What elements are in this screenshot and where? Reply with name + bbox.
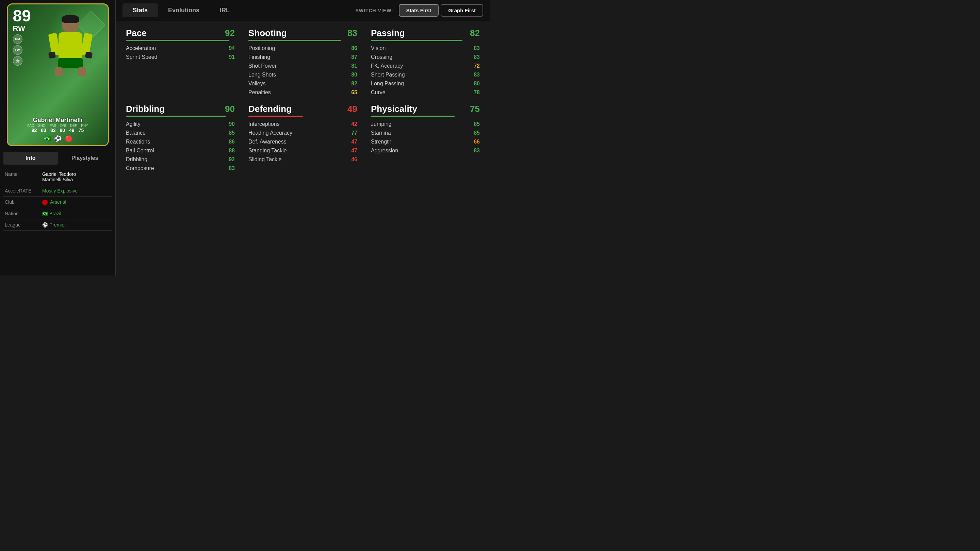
tab-stats[interactable]: Stats xyxy=(123,3,158,17)
jumping-label: Jumping xyxy=(371,121,391,127)
finishing-value: 87 xyxy=(351,54,357,60)
tab-irl[interactable]: IRL xyxy=(210,3,240,17)
stat-category-dribbling: Dribbling 90 Agility 90 Balance 85 React… xyxy=(126,104,235,171)
strength-value: 66 xyxy=(474,139,480,145)
stat-row-heading-accuracy: Heading Accuracy 77 xyxy=(248,130,357,136)
physicality-category-name: Physicality xyxy=(371,104,417,114)
stat-row-ball-control: Ball Control 88 xyxy=(126,148,235,154)
reactions-value: 86 xyxy=(229,139,235,145)
pace-category-value: 92 xyxy=(225,28,235,38)
stat-label-dri: DRI xyxy=(60,124,66,127)
strength-label: Strength xyxy=(371,139,391,145)
dribbling-category-value: 90 xyxy=(225,104,235,114)
stat-label-phy: PHY xyxy=(81,124,88,127)
shooting-header: Shooting 83 xyxy=(248,28,357,38)
interceptions-value: 42 xyxy=(351,121,357,127)
stats-content: Pace 92 Acceleration 94 Sprint Speed 91 xyxy=(116,21,490,275)
ball-control-label: Ball Control xyxy=(126,148,154,154)
stat-row-aggression: Aggression 83 xyxy=(371,148,480,154)
graph-first-button[interactable]: Graph First xyxy=(441,4,483,17)
player-card: 89 RW RM LW xyxy=(7,3,109,146)
badge-rm: RM xyxy=(13,34,22,44)
premier-league-icon: ⚽ xyxy=(54,135,62,143)
short-passing-value: 83 xyxy=(474,72,480,78)
accelerate-value: Mostly Explosive xyxy=(42,188,78,194)
stat-row-curve: Curve 78 xyxy=(371,89,480,95)
composure-label: Composure xyxy=(126,165,154,171)
info-row-nation: Nation 🇧🇷 Brazil xyxy=(3,208,112,219)
info-row-accelerate: AcceleRATE Mostly Explosive xyxy=(3,185,112,197)
standing-tackle-value: 47 xyxy=(351,148,357,154)
shot-power-value: 81 xyxy=(351,63,357,69)
positioning-value: 86 xyxy=(351,45,357,51)
info-tab[interactable]: Info xyxy=(3,152,58,165)
card-bottom: Gabriel Martinelli PAC SHO PAS DRI DEF P… xyxy=(8,69,108,146)
stat-row-shot-power: Shot Power 81 xyxy=(248,63,357,69)
stats-grid: Pace 92 Acceleration 94 Sprint Speed 91 xyxy=(126,28,480,179)
acceleration-value: 94 xyxy=(229,45,235,51)
stat-row-balance: Balance 85 xyxy=(126,130,235,136)
stat-row-long-shots: Long Shots 80 xyxy=(248,72,357,78)
physicality-stat-rows: Jumping 85 Stamina 85 Strength 66 Aggres… xyxy=(371,121,480,154)
svg-marker-0 xyxy=(16,59,20,63)
balance-value: 85 xyxy=(229,130,235,136)
stat-category-physicality: Physicality 75 Jumping 85 Stamina 85 Str… xyxy=(371,104,480,171)
info-playstyles-tabs: Info Playstyles xyxy=(3,152,112,165)
info-row-league: League ⚽ Premier xyxy=(3,219,112,230)
stats-first-button[interactable]: Stats First xyxy=(399,4,439,17)
dribbling-stat-rows: Agility 90 Balance 85 Reactions 86 Ball … xyxy=(126,121,235,171)
pace-category-name: Pace xyxy=(126,28,147,38)
physicality-bar xyxy=(371,116,455,117)
agility-value: 90 xyxy=(229,121,235,127)
stat-category-defending: Defending 49 Interceptions 42 Heading Ac… xyxy=(248,104,357,171)
long-passing-label: Long Passing xyxy=(371,81,404,87)
stat-row-vision: Vision 83 xyxy=(371,45,480,51)
tab-evolutions[interactable]: Evolutions xyxy=(158,3,210,17)
stat-row-acceleration: Acceleration 94 xyxy=(126,45,235,51)
passing-category-name: Passing xyxy=(371,28,405,38)
brazil-flag-icon: 🇧🇷 xyxy=(43,135,51,143)
stat-row-agility: Agility 90 xyxy=(126,121,235,127)
sliding-tackle-value: 46 xyxy=(351,156,357,163)
playstyles-tab[interactable]: Playstyles xyxy=(58,152,112,165)
long-passing-value: 80 xyxy=(474,81,480,87)
shooting-bar xyxy=(248,40,341,41)
passing-bar xyxy=(371,40,463,41)
league-label: League xyxy=(5,222,42,227)
volleys-value: 82 xyxy=(351,81,357,87)
card-position: RW xyxy=(13,24,31,33)
card-player-name: Gabriel Martinelli xyxy=(33,117,82,124)
player-body xyxy=(47,14,94,76)
stat-row-crossing: Crossing 83 xyxy=(371,54,480,60)
dribbling-bar xyxy=(126,116,226,117)
stat-val-dri: 90 xyxy=(60,127,65,133)
aggression-label: Aggression xyxy=(371,148,398,154)
pace-header: Pace 92 xyxy=(126,28,235,38)
sliding-tackle-label: Sliding Tackle xyxy=(248,156,282,163)
stat-row-finishing: Finishing 87 xyxy=(248,54,357,60)
stat-category-passing: Passing 82 Vision 83 Crossing 83 FK. Acc… xyxy=(371,28,480,95)
physicality-header: Physicality 75 xyxy=(371,104,480,114)
stat-row-short-passing: Short Passing 83 xyxy=(371,72,480,78)
heading-accuracy-label: Heading Accuracy xyxy=(248,130,292,136)
stat-category-shooting: Shooting 83 Positioning 86 Finishing 87 … xyxy=(248,28,357,95)
dribbling-category-name: Dribbling xyxy=(126,104,165,114)
jumping-value: 85 xyxy=(474,121,480,127)
stamina-label: Stamina xyxy=(371,130,391,136)
finishing-label: Finishing xyxy=(248,54,270,60)
stat-row-long-passing: Long Passing 80 xyxy=(371,81,480,87)
positioning-label: Positioning xyxy=(248,45,275,51)
interceptions-label: Interceptions xyxy=(248,121,280,127)
switch-view-label: SWITCH VIEW: xyxy=(355,8,393,13)
def-awareness-label: Def. Awareness xyxy=(248,139,286,145)
composure-value: 83 xyxy=(229,165,235,171)
stat-val-sho: 83 xyxy=(41,127,46,133)
stat-label-sho: SHO xyxy=(38,124,46,127)
passing-header: Passing 82 xyxy=(371,28,480,38)
heading-accuracy-value: 77 xyxy=(351,130,357,136)
stat-row-positioning: Positioning 86 xyxy=(248,45,357,51)
stat-row-stamina: Stamina 85 xyxy=(371,130,480,136)
ball-control-value: 88 xyxy=(229,148,235,154)
acceleration-label: Acceleration xyxy=(126,45,156,51)
club-value: Arsenal xyxy=(42,199,66,205)
